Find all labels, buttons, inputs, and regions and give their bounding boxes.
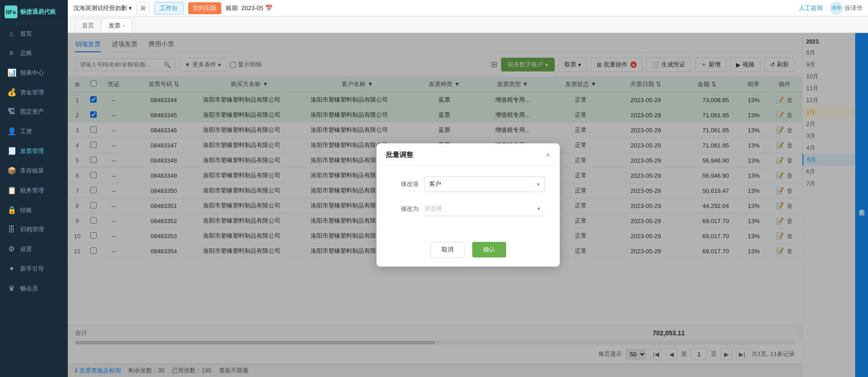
modify-to-arrow-icon: ▾	[537, 205, 540, 212]
close-period-icon: 🔒	[7, 206, 16, 214]
sidebar-item-home[interactable]: ⌂ 首页	[0, 24, 68, 44]
inventory-icon: 📦	[7, 166, 16, 175]
tab-home[interactable]: 首页	[75, 18, 101, 33]
sidebar-item-member[interactable]: ♛ 畅会员	[0, 279, 68, 298]
modify-to-label: 修改为	[391, 205, 419, 213]
sidebar-item-invoice-label: 发票管理	[20, 147, 44, 155]
calendar-icon[interactable]: 📅	[265, 5, 273, 11]
confirm-button[interactable]: 确认	[472, 242, 506, 257]
settings-icon: ⚙	[7, 245, 16, 253]
tab-home-label: 首页	[82, 22, 94, 30]
period-value: 2023-05	[241, 5, 263, 11]
home-icon: ⌂	[7, 30, 16, 38]
logo-icon: IIFe	[5, 5, 17, 18]
sidebar-item-close-label: 结账	[20, 206, 32, 214]
period-display: 账期 2023-05 📅	[226, 4, 273, 12]
sidebar-item-inventory[interactable]: 📦 库存核算	[0, 161, 68, 180]
topbar-right: 人工咨询 泽华 徐泽华	[799, 2, 863, 15]
sidebar-item-fixed-assets-label: 固定资产	[20, 108, 44, 116]
sidebar-item-ledger[interactable]: ≡ 总账	[0, 44, 68, 63]
tab-invoice-label: 发票	[109, 22, 120, 30]
support-link[interactable]: 人工咨询	[799, 4, 823, 12]
user-info: 泽华 徐泽华	[830, 2, 863, 15]
modify-to-placeholder: 请选择	[424, 204, 442, 213]
sidebar-item-home-label: 首页	[20, 30, 32, 38]
user-name: 徐泽华	[845, 4, 863, 12]
sidebar-item-newbie[interactable]: ✦ 新手引导	[0, 259, 68, 279]
sidebar-item-settings-label: 设置	[20, 245, 32, 253]
sidebar-item-payroll-label: 工资	[20, 127, 32, 136]
sidebar-item-ledger-label: 总账	[20, 49, 32, 57]
company-icon-btn[interactable]: ⊞	[136, 2, 149, 15]
sidebar-item-fixed-assets[interactable]: 🏗 固定资产	[0, 102, 68, 121]
fixed-assets-icon: 🏗	[7, 108, 16, 116]
invoice-icon: 🧾	[7, 147, 16, 155]
sidebar-item-reports[interactable]: 📊 报表中心	[0, 63, 68, 82]
member-icon: ♛	[7, 284, 16, 293]
funds-icon: 💰	[7, 88, 16, 97]
sidebar-item-close[interactable]: 🔒 结账	[0, 200, 68, 220]
dialog-header: 批量调整 ×	[377, 143, 560, 165]
sidebar-item-invoice[interactable]: 🧾 发票管理	[0, 141, 68, 161]
payroll-icon: 👤	[7, 127, 16, 136]
archive-icon: 🗄	[7, 225, 16, 234]
sidebar-item-newbie-label: 新手引导	[20, 265, 44, 273]
ledger-icon: ≡	[7, 49, 16, 57]
topbar: 沈海英测试经营勿删 ▾ ⊞ 工作台 切到旧版 账期 2023-05 📅 人工咨询…	[68, 0, 868, 16]
company-selector[interactable]: 沈海英测试经营勿删 ▾	[73, 4, 132, 12]
dialog-body: 修改项 客户 ▾ 修改为 请选择 ▾	[377, 165, 560, 236]
dialog-close-button[interactable]: ×	[546, 151, 550, 159]
tax-icon: 📋	[7, 186, 16, 195]
workspace-button[interactable]: 工作台	[154, 2, 184, 15]
modify-to-row: 修改为 请选择 ▾	[391, 201, 545, 216]
sidebar-item-archive-label: 归档管理	[20, 225, 44, 234]
sidebar-item-funds-label: 资金管理	[20, 88, 44, 97]
tab-close-icon[interactable]: ×	[122, 23, 125, 28]
dialog-title: 批量调整	[386, 151, 413, 159]
modify-field-label: 修改项	[391, 180, 419, 188]
company-name: 沈海英测试经营勿删	[73, 4, 127, 12]
sidebar-item-funds[interactable]: 💰 资金管理	[0, 82, 68, 102]
sidebar-item-payroll[interactable]: 👤 工资	[0, 121, 68, 141]
sidebar-item-inventory-label: 库存核算	[20, 167, 44, 175]
cancel-button[interactable]: 取消	[430, 242, 465, 257]
dropdown-arrow-icon: ▾	[129, 5, 132, 11]
sidebar-item-tax[interactable]: 📋 税务管理	[0, 180, 68, 200]
tab-invoice[interactable]: 发票 ×	[102, 18, 132, 33]
modify-to-select[interactable]: 请选择 ▾	[424, 201, 545, 216]
batch-adjust-dialog: 批量调整 × 修改项 客户 ▾ 修改为 请选择	[377, 143, 560, 267]
sidebar-item-archive[interactable]: 🗄 归档管理	[0, 220, 68, 239]
sidebar-item-reports-label: 报表中心	[20, 69, 44, 77]
reports-icon: 📊	[7, 68, 16, 77]
app-name: 畅捷通易代账	[20, 8, 56, 16]
period-label: 账期	[226, 4, 238, 12]
modify-field-select[interactable]: 客户 ▾	[424, 176, 545, 192]
sidebar: IIFe 畅捷通易代账 ⌂ 首页 ≡ 总账 📊 报表中心 💰 资金管理 🏗 固定…	[0, 0, 68, 377]
sidebar-item-settings[interactable]: ⚙ 设置	[0, 239, 68, 259]
sidebar-item-member-label: 畅会员	[20, 284, 38, 293]
main-area: 沈海英测试经营勿删 ▾ ⊞ 工作台 切到旧版 账期 2023-05 📅 人工咨询…	[68, 0, 868, 377]
sidebar-item-tax-label: 税务管理	[20, 186, 44, 195]
dialog-overlay: 批量调整 × 修改项 客户 ▾ 修改为 请选择	[68, 33, 868, 377]
tabbar: 首页 发票 ×	[68, 16, 868, 33]
newbie-icon: ✦	[7, 264, 16, 273]
modify-field-arrow-icon: ▾	[537, 181, 540, 188]
app-logo: IIFe 畅捷通易代账	[0, 0, 68, 24]
content-area: 销项发票 进项发票 费用小票 🔍 ▼ 更多条件 ▾ 显示明细	[68, 33, 868, 377]
dialog-footer: 取消 确认	[377, 236, 560, 267]
switch-period-button[interactable]: 切到旧版	[188, 2, 221, 14]
modify-field-row: 修改项 客户 ▾	[391, 176, 545, 192]
modify-field-value: 客户	[429, 180, 441, 188]
avatar: 泽华	[830, 2, 843, 15]
